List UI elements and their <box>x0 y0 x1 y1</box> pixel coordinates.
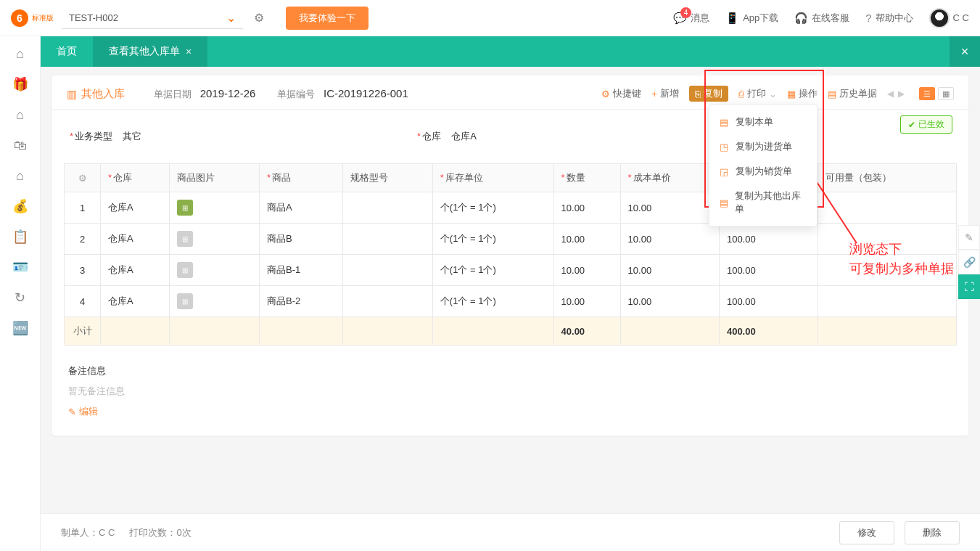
next-button[interactable]: ▶ <box>898 89 905 99</box>
table-row[interactable]: 3仓库A⊞商品B-1个(1个 = 1个)10.0010.00100.00 <box>65 255 957 286</box>
col-product: *商品 <box>260 164 342 192</box>
row-product: 商品B-2 <box>260 286 342 317</box>
row-avail <box>818 192 957 224</box>
doc-number: 单据编号 IC-20191226-001 <box>277 87 408 101</box>
print-icon: ⎙ <box>738 89 744 99</box>
app-download-button[interactable]: 📱 App下载 <box>725 12 778 25</box>
view-list-button[interactable]: ☰ <box>919 87 935 100</box>
chevron-down-icon: ⌄ <box>769 89 777 99</box>
sidebar-money-icon[interactable]: 💰 <box>12 197 29 215</box>
prev-button[interactable]: ◀ <box>887 89 894 99</box>
col-qty: *数量 <box>553 164 620 192</box>
doc-actions: ⚙快捷键 +新增 ⎘复制 ⎙打印⌄ ▦操作 ▤历史单据 ◀ ▶ ☰ <box>601 86 954 102</box>
table-row[interactable]: 4仓库A⊞商品B-2个(1个 = 1个)10.0010.00100.00 <box>65 286 957 317</box>
status-badge: ✔ 已生效 <box>900 115 952 134</box>
sidebar: ⌂ 🎁 ⌂ 🛍 ⌂ 💰 📋 🪪 ↻ 🆕 <box>0 36 41 551</box>
org-name: TEST-H002 <box>69 12 118 23</box>
row-avail <box>818 224 957 255</box>
view-grid-button[interactable]: ▦ <box>938 87 954 100</box>
row-image: ⊞ <box>169 224 259 255</box>
col-price: *成本单价 <box>620 164 719 192</box>
expand-tool-icon[interactable]: ⛶ <box>958 274 980 299</box>
sidebar-new-icon[interactable]: 🆕 <box>12 319 29 337</box>
copy-other-out-item[interactable]: ▤复制为其他出库单 <box>709 184 817 221</box>
row-product: 商品B <box>260 224 342 255</box>
row-index: 1 <box>65 192 101 224</box>
doc-date: 单据日期 2019-12-26 <box>154 87 255 101</box>
copy-self-item[interactable]: ▤复制本单 <box>709 110 817 134</box>
logo-icon: 6 <box>11 9 28 27</box>
row-index: 2 <box>65 224 101 255</box>
row-amount: 100.00 <box>719 286 818 317</box>
sidebar-refresh-icon[interactable]: ↻ <box>12 289 29 306</box>
inbound-icon: ▥ <box>67 88 77 101</box>
history-button[interactable]: ▤历史单据 <box>828 87 877 100</box>
row-image: ⊞ <box>169 286 259 317</box>
row-spec <box>342 224 432 255</box>
print-label: 打印 <box>747 87 766 100</box>
tabs-bar: 首页 查看其他入库单 × × <box>41 36 980 67</box>
biz-type-label: *业务类型 <box>70 130 112 143</box>
doc-tab[interactable]: ▥ 其他入库 <box>67 87 125 108</box>
sidebar-home-icon[interactable]: ⌂ <box>12 45 29 62</box>
row-unit: 个(1个 = 1个) <box>432 192 553 224</box>
operations-button[interactable]: ▦操作 <box>787 87 818 100</box>
copy-button[interactable]: ⎘复制 <box>689 86 728 102</box>
shortcut-label: 快捷键 <box>613 87 641 100</box>
plus-icon: + <box>651 89 657 99</box>
trial-button[interactable]: 我要体验一下 <box>286 7 368 30</box>
gear-icon[interactable]: ⚙ <box>254 11 264 25</box>
message-badge: 4 <box>680 7 691 18</box>
history-label: 历史单据 <box>839 87 877 100</box>
row-price: 10.00 <box>620 286 719 317</box>
chevron-down-icon: ⌄ <box>226 11 236 25</box>
sidebar-clipboard-icon[interactable]: 📋 <box>12 228 29 245</box>
copy-purchase-item[interactable]: ◳复制为进货单 <box>709 134 817 159</box>
edit-remarks-button[interactable]: ✎ 编辑 <box>68 405 952 418</box>
close-icon[interactable]: × <box>186 46 192 57</box>
biz-type-value: 其它 <box>123 130 141 143</box>
tab-current[interactable]: 查看其他入库单 × <box>93 36 207 67</box>
sidebar-gift-icon[interactable]: 🎁 <box>12 75 29 93</box>
sidebar-house-icon[interactable]: ⌂ <box>12 106 29 123</box>
messages-button[interactable]: 💬 消息 4 <box>673 12 709 25</box>
sidebar-bag-icon[interactable]: 🛍 <box>12 136 29 154</box>
copy-sales-item[interactable]: ◲复制为销货单 <box>709 159 817 184</box>
row-price: 10.00 <box>620 192 719 224</box>
subtotal-label: 小计 <box>65 317 101 346</box>
tab-home-label: 首页 <box>57 45 77 58</box>
user-menu[interactable]: C C <box>929 8 969 28</box>
header-right: 💬 消息 4 📱 App下载 🎧 在线客服 ? 帮助中心 C C <box>673 8 969 28</box>
print-count-info: 打印次数：0次 <box>129 526 191 539</box>
grid-icon: ▦ <box>787 89 796 99</box>
table-row[interactable]: 2仓库A⊞商品B个(1个 = 1个)10.0010.00100.00 <box>65 224 957 255</box>
table-row[interactable]: 1仓库A⊞商品A个(1个 = 1个)10.0010.00100.00 <box>65 192 957 224</box>
sidebar-warehouse-icon[interactable]: ⌂ <box>12 167 29 184</box>
outbound-icon: ◲ <box>720 166 730 177</box>
sidebar-id-icon[interactable]: 🪪 <box>12 258 29 276</box>
help-center-button[interactable]: ? 帮助中心 <box>865 12 913 25</box>
col-gear[interactable]: ⚙ <box>65 164 101 192</box>
org-selector[interactable]: TEST-H002 ⌄ <box>62 7 243 29</box>
product-image-icon: ⊞ <box>177 231 193 247</box>
add-button[interactable]: +新增 <box>651 87 679 100</box>
row-warehouse: 仓库A <box>101 286 170 317</box>
note-tool-icon[interactable]: ✎ <box>958 225 980 250</box>
tab-home[interactable]: 首页 <box>41 36 93 67</box>
print-button[interactable]: ⎙打印⌄ <box>738 87 777 100</box>
row-qty: 10.00 <box>553 192 620 224</box>
delete-button[interactable]: 删除 <box>905 521 960 544</box>
form-area: ✔ 已生效 *业务类型 其它 *仓库 仓库A <box>52 110 968 163</box>
modify-button[interactable]: 修改 <box>839 521 894 544</box>
row-image: ⊞ <box>169 255 259 286</box>
doc-date-label: 单据日期 <box>154 89 192 99</box>
row-qty: 10.00 <box>553 286 620 317</box>
col-image: 商品图片 <box>169 164 259 192</box>
link-tool-icon[interactable]: 🔗 <box>958 250 980 274</box>
product-image-icon: ⊞ <box>177 200 193 216</box>
shortcut-button[interactable]: ⚙快捷键 <box>601 87 641 100</box>
messages-label: 消息 <box>691 12 709 25</box>
warehouse-field: *仓库 仓库A <box>417 130 477 143</box>
online-service-button[interactable]: 🎧 在线客服 <box>794 12 849 25</box>
close-all-tabs-button[interactable]: × <box>950 36 980 67</box>
